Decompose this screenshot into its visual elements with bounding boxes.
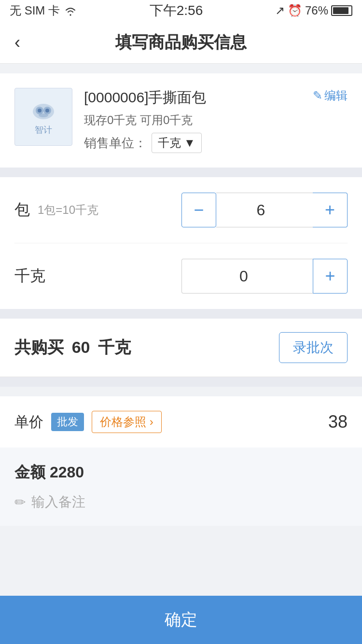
product-name: [0000006]手撕面包 xyxy=(84,88,348,108)
page-title: 填写商品购买信息 xyxy=(115,31,247,54)
bao-minus-button[interactable]: − xyxy=(181,193,216,227)
kg-plus-button[interactable]: + xyxy=(313,259,348,294)
unit-label: 销售单位： xyxy=(84,135,147,152)
price-section: 单价 批发 价格参照 › 38 xyxy=(0,396,362,448)
status-right: ↗ ⏰ 76% xyxy=(275,4,352,17)
bao-sublabel: 1包=10千克 xyxy=(38,202,98,218)
pencil-icon: ✏ xyxy=(14,494,26,510)
total-prefix: 共购买 xyxy=(14,338,64,356)
edit-icon: ✎ xyxy=(313,89,322,102)
back-button[interactable]: ‹ xyxy=(10,28,25,57)
battery-text: 76% xyxy=(305,4,328,17)
unit-chevron-icon: ▼ xyxy=(184,136,195,150)
price-badge: 批发 xyxy=(51,413,84,431)
amount-value: 2280 xyxy=(50,463,84,481)
edit-button[interactable]: ✎ 编辑 xyxy=(313,88,348,103)
price-ref-button[interactable]: 价格参照 › xyxy=(92,411,162,433)
location-icon: ↗ xyxy=(275,4,285,17)
product-logo-icon xyxy=(29,98,58,122)
sim-text: 无 SIM 卡 xyxy=(10,3,60,18)
batch-button[interactable]: 录批次 xyxy=(279,332,348,363)
total-amount: 60 xyxy=(72,338,90,356)
product-stock: 现存0千克 可用0千克 xyxy=(84,112,348,128)
nav-bar: ‹ 填写商品购买信息 xyxy=(0,21,362,64)
total-row: 共购买 60 千克 录批次 xyxy=(0,319,362,377)
status-left: 无 SIM 卡 xyxy=(10,3,77,18)
bao-input[interactable] xyxy=(216,193,313,227)
kg-row: 千克 + xyxy=(14,243,348,309)
alarm-icon: ⏰ xyxy=(288,4,302,17)
product-unit-row: 销售单位： 千克 ▼ xyxy=(84,133,348,153)
bao-section: 包 1包=10千克 − + 千克 + xyxy=(0,177,362,309)
separator-3 xyxy=(0,377,362,387)
amount-row: 金额 2280 xyxy=(14,462,348,483)
edit-label: 编辑 xyxy=(324,88,348,103)
unit-select[interactable]: 千克 ▼ xyxy=(152,133,202,153)
bao-row: 包 1包=10千克 − + xyxy=(14,177,348,243)
price-value: 38 xyxy=(328,412,348,432)
kg-label: 千克 xyxy=(14,266,45,287)
unit-value: 千克 xyxy=(158,135,181,151)
product-info: [0000006]手撕面包 现存0千克 可用0千克 销售单位： 千克 ▼ xyxy=(84,88,348,153)
battery-icon xyxy=(331,5,352,16)
wifi-icon xyxy=(64,5,77,16)
total-text: 共购买 60 千克 xyxy=(14,336,131,359)
kg-controls: + xyxy=(181,259,348,294)
product-thumb-label: 智计 xyxy=(35,124,52,136)
note-placeholder: 输入备注 xyxy=(31,493,85,511)
bao-plus-button[interactable]: + xyxy=(313,193,348,227)
amount-label: 金额 xyxy=(14,463,45,481)
note-row[interactable]: ✏ 输入备注 xyxy=(14,493,348,521)
bao-controls: − + xyxy=(181,193,348,227)
separator-2 xyxy=(0,309,362,319)
product-card: 智计 [0000006]手撕面包 现存0千克 可用0千克 销售单位： 千克 ▼ … xyxy=(0,73,362,168)
total-unit: 千克 xyxy=(98,338,131,356)
price-label: 单价 xyxy=(14,412,43,432)
confirm-button[interactable]: 确定 xyxy=(0,596,362,644)
svg-point-4 xyxy=(45,109,49,112)
svg-point-5 xyxy=(39,113,48,117)
price-row: 单价 批发 价格参照 › 38 xyxy=(14,411,348,433)
product-thumbnail: 智计 xyxy=(14,88,72,146)
kg-input[interactable] xyxy=(181,259,313,294)
bao-label: 包 1包=10千克 xyxy=(14,199,98,221)
status-bar: 无 SIM 卡 下午2:56 ↗ ⏰ 76% xyxy=(0,0,362,21)
separator-1 xyxy=(0,168,362,177)
status-time: 下午2:56 xyxy=(150,1,203,20)
svg-point-3 xyxy=(38,109,42,112)
amount-section: 金额 2280 ✏ 输入备注 xyxy=(0,448,362,526)
